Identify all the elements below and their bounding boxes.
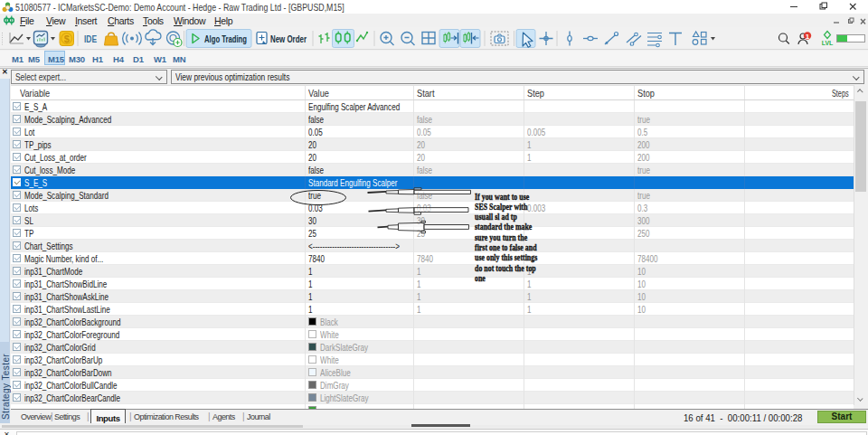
svg-text:$: $ <box>64 33 70 44</box>
svg-text:New Order: New Order <box>270 33 307 44</box>
svg-text:1: 1 <box>806 33 810 41</box>
svg-text:Algo Trading: Algo Trading <box>204 33 247 44</box>
svg-text:IDE: IDE <box>84 33 97 44</box>
svg-text:LVL: LVL <box>822 40 834 46</box>
